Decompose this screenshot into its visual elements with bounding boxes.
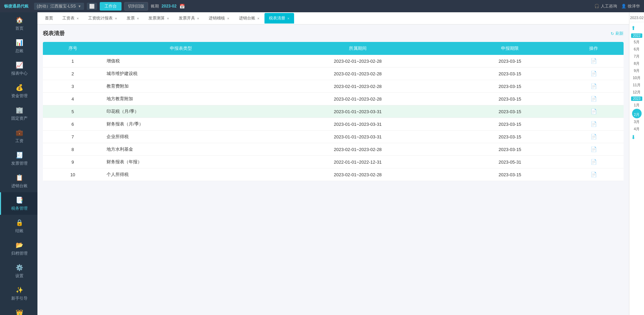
action-icon[interactable]: 📄 xyxy=(591,121,597,127)
month-item-8月[interactable]: 8月 xyxy=(631,60,642,67)
year-badge-2023[interactable]: 2023 xyxy=(631,96,642,101)
cell-action[interactable]: 📄 xyxy=(564,131,624,143)
refresh-label: 刷新 xyxy=(615,31,624,36)
month-item-1月[interactable]: 1月 xyxy=(631,102,642,109)
column-header: 申报表类型 xyxy=(102,42,259,55)
tab-tax_list[interactable]: 税表清册× xyxy=(264,13,294,24)
cell-action[interactable]: 📄 xyxy=(564,105,624,118)
switch-version-button[interactable]: 切到旧版 xyxy=(124,2,148,11)
close-tab-icon[interactable]: × xyxy=(227,16,229,20)
cell-action[interactable]: 📄 xyxy=(564,93,624,105)
workbench-button[interactable]: 工作台 xyxy=(100,2,122,11)
close-tab-icon[interactable]: × xyxy=(77,16,79,20)
cell-deadline: 2023-03-15 xyxy=(456,68,564,80)
home-icon: 🏠 xyxy=(16,16,23,24)
tab-invoice_open[interactable]: 发票开具× xyxy=(174,13,204,24)
cell-action[interactable]: 📄 xyxy=(564,55,624,68)
tab-salary_report[interactable]: 工资统计报表× xyxy=(84,13,121,24)
right-panel-header: 2023.02 xyxy=(629,14,644,22)
tab-home[interactable]: 首页 xyxy=(41,13,57,23)
sidebar-item-home[interactable]: 🏠 首页 xyxy=(0,12,37,35)
scroll-up-arrow[interactable]: ⬆ xyxy=(631,24,642,33)
action-icon[interactable]: 📄 xyxy=(591,96,597,102)
sidebar-item-label: 报表中心 xyxy=(11,71,28,76)
month-item-9月[interactable]: 9月 xyxy=(631,67,642,74)
month-item-3月[interactable]: 3月 xyxy=(631,118,642,125)
sidebar-item-label: 工资 xyxy=(15,138,23,144)
cell-deadline: 2023-03-15 xyxy=(456,168,564,181)
cell-period: 2022-01-01~2022-12-31 xyxy=(260,156,456,168)
cell-action[interactable]: 📄 xyxy=(564,68,624,80)
sidebar-item-salary[interactable]: 💼 工资 xyxy=(0,125,37,147)
year-badge-2022[interactable]: 2022 xyxy=(631,33,642,38)
cell-type: 地方水利基金 xyxy=(102,143,259,156)
sidebar-item-asset[interactable]: 🏢 固定资产 xyxy=(0,102,37,125)
sidebar-item-label: 总账 xyxy=(15,48,23,54)
cell-action[interactable]: 📄 xyxy=(564,156,624,168)
right-panel: 2023.02 ⬆20225月6月7月8月9月10月11月12月20231月2月… xyxy=(629,12,644,315)
cell-action[interactable]: 📄 xyxy=(564,80,624,93)
close-tab-icon[interactable]: × xyxy=(287,16,289,20)
month-item-11月[interactable]: 11月 xyxy=(631,81,642,89)
tab-invoice[interactable]: 发票× xyxy=(122,13,143,24)
user-name: 徐泽华 xyxy=(628,3,640,9)
page-title: 税表清册 xyxy=(43,30,65,37)
sidebar-item-invoice[interactable]: 🧾 发票管理 xyxy=(0,147,37,170)
close-tab-icon[interactable]: × xyxy=(137,16,139,20)
action-icon[interactable]: 📄 xyxy=(591,171,597,177)
refresh-button[interactable]: ↻ 刷新 xyxy=(611,31,624,36)
scroll-down-arrow[interactable]: ⬇ xyxy=(631,134,642,140)
copy-icon-button[interactable]: ⬜ xyxy=(87,3,97,10)
month-item-6月[interactable]: 6月 xyxy=(631,46,642,53)
month-item-12月[interactable]: 12月 xyxy=(631,89,642,96)
top-bar-right: 🎧 人工咨询 👤 徐泽华 xyxy=(594,3,640,9)
sidebar-item-label: 首页 xyxy=(15,26,23,31)
cell-action[interactable]: 📄 xyxy=(564,143,624,156)
sidebar-item-purchasesale[interactable]: 📋 进销台账 xyxy=(0,170,37,192)
calendar-icon[interactable]: 📅 xyxy=(179,4,185,9)
month-item-7月[interactable]: 7月 xyxy=(631,53,642,60)
action-icon[interactable]: 📄 xyxy=(591,71,597,76)
sidebar-item-vip[interactable]: 👑 畅会员 xyxy=(0,305,37,315)
tab-invoice_query[interactable]: 发票测算× xyxy=(144,13,173,24)
sidebar-item-fund[interactable]: 💰 资金管理 xyxy=(0,80,37,102)
action-icon[interactable]: 📄 xyxy=(591,83,597,89)
tab-label: 首页 xyxy=(45,16,53,20)
sidebar-item-report[interactable]: 📈 报表中心 xyxy=(0,57,37,80)
action-icon[interactable]: 📄 xyxy=(591,108,597,114)
tab-salary[interactable]: 工资表× xyxy=(58,13,83,24)
close-tab-icon[interactable]: × xyxy=(167,16,169,20)
company-selector[interactable]: (勿动）江西服宝-LSS ▼ xyxy=(34,3,84,10)
sidebar-item-settings[interactable]: ⚙️ 设置 xyxy=(0,260,37,282)
close-tab-icon[interactable]: × xyxy=(257,16,259,20)
month-item-2月[interactable]: 2月 xyxy=(632,109,642,118)
close-tab-icon[interactable]: × xyxy=(197,16,199,20)
action-icon[interactable]: 📄 xyxy=(591,146,597,152)
table-row: 5 印花税（月/季） 2023-01-01~2023-03-31 2023-03… xyxy=(43,105,624,118)
month-item-4月[interactable]: 4月 xyxy=(631,125,642,133)
cell-action[interactable]: 📄 xyxy=(564,168,624,181)
month-item-10月[interactable]: 10月 xyxy=(631,74,642,81)
sidebar-item-guide[interactable]: ✨ 新手引导 xyxy=(0,282,37,305)
month-item-5月[interactable]: 5月 xyxy=(631,39,642,46)
cell-no: 8 xyxy=(43,143,102,156)
cell-type: 增值税 xyxy=(102,55,259,68)
sidebar-item-archive[interactable]: 📂 归档管理 xyxy=(0,237,37,260)
action-icon[interactable]: 📄 xyxy=(591,159,597,165)
user-menu[interactable]: 👤 徐泽华 xyxy=(621,3,640,9)
close-tab-icon[interactable]: × xyxy=(115,16,117,20)
sidebar-item-close[interactable]: 🔒 结账 xyxy=(0,215,37,237)
cell-action[interactable]: 📄 xyxy=(564,118,624,131)
tab-purchase_review[interactable]: 进销稽核× xyxy=(204,13,234,24)
service-button[interactable]: 🎧 人工咨询 xyxy=(594,3,617,9)
cell-deadline: 2023-03-15 xyxy=(456,131,564,143)
sidebar-item-ledger[interactable]: 📊 总账 xyxy=(0,35,37,57)
cell-deadline: 2023-03-15 xyxy=(456,118,564,131)
table-row: 4 地方教育附加 2023-02-01~2023-02-28 2023-03-1… xyxy=(43,93,624,105)
action-icon[interactable]: 📄 xyxy=(591,134,597,139)
tax-icon: 📑 xyxy=(16,196,23,204)
action-icon[interactable]: 📄 xyxy=(591,58,597,64)
tab-label: 工资表 xyxy=(62,15,75,21)
tab-purchase_ledger[interactable]: 进销台账× xyxy=(235,13,264,24)
sidebar-item-tax[interactable]: 📑 税务管理 xyxy=(0,192,37,215)
